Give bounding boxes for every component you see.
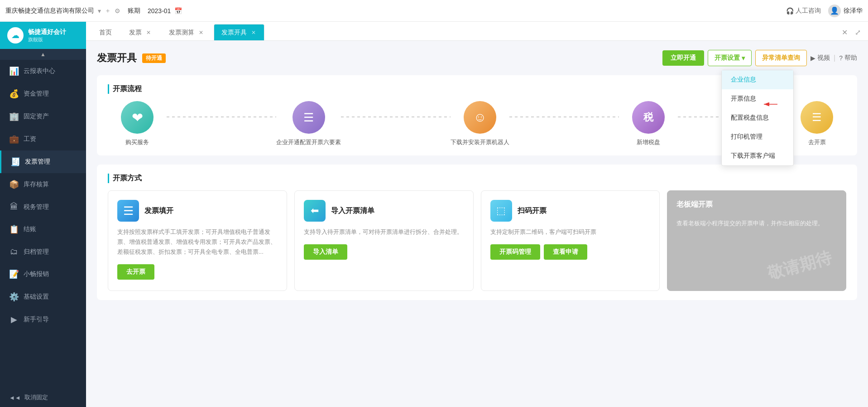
flow-step-configure-icon: ☰ bbox=[293, 101, 325, 134]
help-button[interactable]: ? 帮助 bbox=[839, 54, 857, 62]
sidebar-item-label-finance: 资金管理 bbox=[24, 90, 49, 98]
help-label: 帮助 bbox=[844, 54, 857, 62]
dropdown-item-printer[interactable]: 打印机管理 bbox=[722, 127, 793, 146]
sidebar-item-archive[interactable]: 🗂 归档管理 bbox=[0, 241, 86, 263]
import-icon: ⬅ bbox=[304, 200, 326, 222]
tab-home[interactable]: 首页 bbox=[91, 24, 120, 40]
manual-issue-button[interactable]: 去开票 bbox=[117, 264, 154, 280]
flow-step-buy-icon: ❤ bbox=[121, 101, 153, 134]
tab-invoice-calc[interactable]: 发票测算 ✕ bbox=[161, 24, 212, 40]
flow-step-add-tax: 税 新增税盘 bbox=[619, 101, 678, 146]
sidebar-item-report[interactable]: 📝 小畅报销 bbox=[0, 263, 86, 286]
sidebar-item-reports[interactable]: 📊 云报表中心 bbox=[0, 60, 86, 82]
dropdown-item-download-client[interactable]: 下载开票客户端 bbox=[722, 146, 793, 165]
tab-maximize-btn[interactable]: ⤢ bbox=[853, 26, 863, 39]
invoice-icon: 🧾 bbox=[10, 157, 20, 167]
user-info[interactable]: 👤 徐泽华 bbox=[828, 5, 863, 17]
tab-invoice-close[interactable]: ✕ bbox=[145, 29, 152, 37]
sidebar-item-label-reports: 云报表中心 bbox=[24, 67, 55, 75]
method-card-scan: ⬚ 扫码开票 支持定制开票二维码，客户端可扫码开票 开票码管理 查看申请 bbox=[481, 190, 660, 291]
method-card-manual: ☰ 发票填开 支持按照发票样式手工填开发票；可开具增值税电子普通发票、增值税普通… bbox=[108, 190, 287, 291]
help-icon: ? bbox=[839, 54, 843, 62]
finance-icon: 💰 bbox=[9, 89, 19, 99]
video-button[interactable]: ▶ 视频 bbox=[810, 54, 830, 62]
tab-bar-actions: ✕ ⤢ bbox=[840, 26, 863, 40]
sidebar-item-finance[interactable]: 💰 资金管理 bbox=[0, 82, 86, 105]
method-card-import: ⬅ 导入开票清单 支持导入待开票清单，可对待开票清单进行拆分、合并处理。 导入清… bbox=[294, 190, 474, 291]
accounting-icon: 📋 bbox=[9, 224, 19, 234]
sidebar-item-invoice[interactable]: 🧾 发票管理 bbox=[0, 150, 86, 173]
sidebar-bottom-label: 取消固定 bbox=[24, 393, 48, 402]
sidebar-item-inventory[interactable]: 📦 库存核算 bbox=[0, 173, 86, 196]
account-period-label: 账期 bbox=[128, 7, 140, 15]
support-button[interactable]: 🎧 人工咨询 bbox=[786, 7, 821, 15]
scan-desc: 支持定制开票二维码，客户端可扫码开票 bbox=[490, 227, 651, 237]
tab-invoice-issue[interactable]: 发票开具 ✕ bbox=[214, 24, 264, 40]
boss-card-content: 老板端开票 查看老板端小程序提交的开票申请，并作出相应的处理。 敬请期待 bbox=[676, 200, 837, 281]
manual-icon: ☰ bbox=[117, 200, 139, 222]
anomaly-button[interactable]: 异常清单查询 bbox=[755, 50, 807, 66]
report-icon: 📝 bbox=[9, 269, 19, 279]
scan-buttons: 开票码管理 查看申请 bbox=[490, 244, 651, 260]
sidebar-pin-toggle[interactable]: ◄◄ 取消固定 bbox=[0, 388, 86, 407]
settings-button[interactable]: 开票设置 ▾ bbox=[708, 50, 752, 66]
pin-icon: ◄◄ bbox=[9, 394, 21, 401]
dropdown-icon[interactable]: ▾ bbox=[98, 7, 101, 15]
flow-step-buy: ❤ 购买服务 bbox=[108, 101, 167, 146]
sidebar-item-assets[interactable]: 🏢 固定资产 bbox=[0, 105, 86, 128]
sidebar-item-label-invoice: 发票管理 bbox=[25, 158, 50, 166]
top-bar-right: 🎧 人工咨询 👤 徐泽华 bbox=[786, 5, 863, 17]
tab-invoice-issue-close[interactable]: ✕ bbox=[250, 29, 257, 37]
sidebar-item-payroll[interactable]: 💼 工资 bbox=[0, 128, 86, 150]
settings-button-label: 开票设置 bbox=[715, 54, 740, 62]
settings-nav-icon: ⚙️ bbox=[9, 292, 19, 302]
method-card-manual-header: ☰ 发票填开 bbox=[117, 200, 278, 222]
flow-step-add-tax-icon: 税 bbox=[632, 101, 665, 134]
support-label: 人工咨询 bbox=[796, 7, 821, 15]
flow-step-add-tax-label: 新增税盘 bbox=[637, 138, 660, 146]
sidebar-item-tax[interactable]: 🏛 税务管理 bbox=[0, 196, 86, 218]
reports-icon: 📊 bbox=[9, 66, 19, 76]
scan-name: 扫码开票 bbox=[518, 206, 547, 216]
page-title: 发票开具 bbox=[97, 51, 137, 65]
page-title-area: 发票开具 待开通 bbox=[97, 51, 166, 65]
video-label: 视频 bbox=[817, 54, 830, 62]
company-name: 重庆畅捷交通信息咨询有限公司 bbox=[5, 7, 94, 15]
sidebar-item-label-settings: 基础设置 bbox=[24, 293, 49, 301]
scan-icon: ⬚ bbox=[490, 200, 512, 222]
manual-desc: 支持按照发票样式手工填开发票；可开具增值税电子普通发票、增值税普通发票、增值税专… bbox=[117, 227, 278, 257]
calendar-icon[interactable]: 📅 bbox=[174, 7, 182, 15]
dropdown-item-company-info[interactable]: 企业信息 bbox=[722, 70, 793, 89]
import-list-button[interactable]: 导入清单 bbox=[304, 244, 347, 260]
flow-step-issue: ☰ 去开票 bbox=[787, 101, 846, 146]
add-icon[interactable]: ＋ bbox=[105, 7, 111, 15]
sidebar-item-label-inventory: 库存核算 bbox=[24, 180, 49, 189]
red-arrow-indicator bbox=[762, 97, 780, 116]
content-area: 首页 发票 ✕ 发票测算 ✕ 发票开具 ✕ ✕ ⤢ bbox=[86, 22, 868, 407]
settings-icon[interactable]: ⚙ bbox=[115, 7, 120, 15]
scan-code-mgmt-button[interactable]: 开票码管理 bbox=[490, 244, 540, 260]
flow-connector-3 bbox=[509, 116, 619, 117]
activate-button[interactable]: 立即开通 bbox=[662, 50, 704, 66]
tab-close-btn[interactable]: ✕ bbox=[840, 26, 849, 39]
sidebar-item-guide[interactable]: ▶ 新手引导 bbox=[0, 308, 86, 331]
dropdown-item-invoice-info[interactable]: 开票信息 bbox=[722, 89, 793, 108]
methods-grid: ☰ 发票填开 支持按照发票样式手工填开发票；可开具增值税电子普通发票、增值税普通… bbox=[108, 190, 846, 291]
sidebar-item-settings[interactable]: ⚙️ 基础设置 bbox=[0, 286, 86, 308]
play-icon: ▶ bbox=[810, 54, 815, 62]
scan-view-apply-button[interactable]: 查看申请 bbox=[544, 244, 587, 260]
inventory-icon: 📦 bbox=[9, 179, 19, 189]
avatar: 👤 bbox=[828, 5, 841, 17]
flow-connector-2 bbox=[341, 116, 451, 117]
dropdown-item-tax-config[interactable]: 配置税盘信息 bbox=[722, 108, 793, 127]
tab-invoice-calc-close[interactable]: ✕ bbox=[198, 29, 204, 37]
tab-invoice[interactable]: 发票 ✕ bbox=[121, 24, 159, 40]
payroll-icon: 💼 bbox=[9, 134, 19, 144]
flow-step-download: ☺ 下载并安装开票机器人 bbox=[451, 101, 509, 146]
flow-step-configure: ☰ 企业开通配置开票六要素 bbox=[276, 101, 341, 146]
assets-icon: 🏢 bbox=[9, 111, 19, 121]
page-content: 发票开具 待开通 立即开通 开票设置 ▾ 异常清单查询 ▶ 视频 | bbox=[86, 41, 868, 407]
sidebar-item-label-payroll: 工资 bbox=[24, 135, 36, 143]
sidebar-scroll-up[interactable]: ▲ bbox=[0, 49, 86, 60]
sidebar-item-accounting[interactable]: 📋 结账 bbox=[0, 218, 86, 241]
